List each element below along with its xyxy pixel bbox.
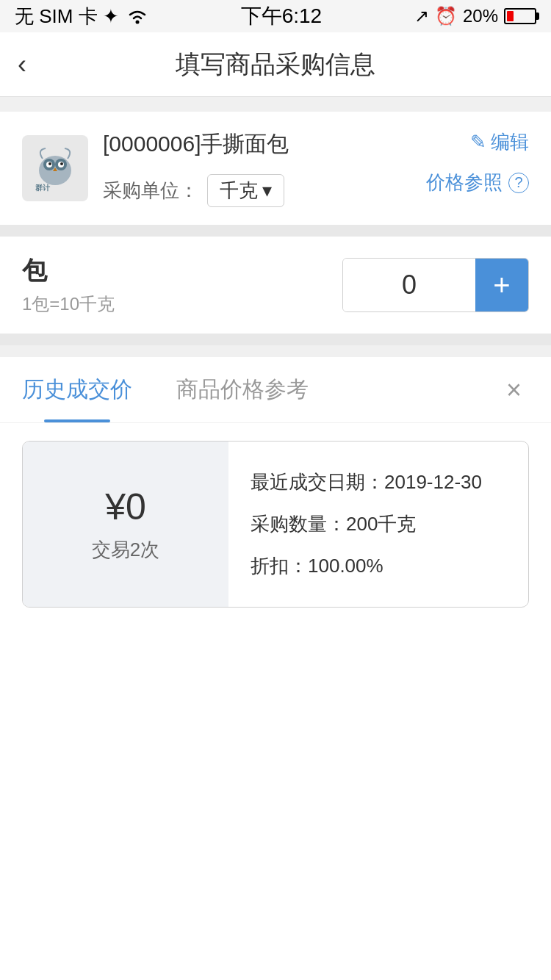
tab-price-reference[interactable]: 商品价格参考 xyxy=(176,357,309,422)
quantity-unit-main: 包 xyxy=(22,254,115,288)
close-button[interactable]: × xyxy=(499,367,529,413)
tab-history-price[interactable]: 历史成交价 xyxy=(22,357,132,422)
status-left: 无 SIM 卡 ✦ xyxy=(15,4,148,29)
battery-icon xyxy=(504,8,536,24)
status-right: ↗ ⏰ 20% xyxy=(414,6,536,26)
dropdown-arrow-icon: ▾ xyxy=(262,179,272,202)
section-divider xyxy=(0,225,551,237)
back-button[interactable]: ‹ xyxy=(18,49,26,80)
price-left-panel: ¥0 交易2次 xyxy=(23,442,228,607)
product-image: 群计 xyxy=(22,135,88,201)
page-body-fill xyxy=(0,625,551,980)
purchase-quantity-label: 采购数量： xyxy=(251,513,346,535)
price-reference-button[interactable]: 价格参照 ? xyxy=(426,170,529,195)
quantity-plus-button[interactable]: + xyxy=(475,259,528,311)
location-icon: ↗ xyxy=(414,6,429,26)
unit-select[interactable]: 千克 ▾ xyxy=(207,174,284,207)
quantity-label: 包 1包=10千克 xyxy=(22,254,115,316)
wifi-icon xyxy=(126,8,148,24)
product-unit-row: 采购单位： 千克 ▾ xyxy=(103,174,289,207)
edit-label: 编辑 xyxy=(491,129,529,155)
svg-text:群计: 群计 xyxy=(35,184,51,192)
price-ref-label: 价格参照 xyxy=(426,170,503,195)
discount-label: 折扣： xyxy=(251,555,308,577)
owl-logo: 群计 xyxy=(29,143,81,194)
price-card-container: ¥0 交易2次 最近成交日期：2019-12-30 采购数量：200千克 折扣：… xyxy=(0,423,551,625)
price-discount-row: 折扣：100.00% xyxy=(251,552,506,580)
product-right: ✎ 编辑 价格参照 ? xyxy=(426,129,529,195)
status-time: 下午6:12 xyxy=(241,2,323,30)
tabs-left: 历史成交价 商品价格参考 xyxy=(22,357,309,422)
svg-point-7 xyxy=(60,162,63,165)
battery-percent: 20% xyxy=(463,6,498,26)
product-name: [0000006]手撕面包 xyxy=(103,129,289,159)
quantity-control: + xyxy=(342,258,529,312)
alarm-icon: ⏰ xyxy=(435,6,457,26)
product-header: 群计 [0000006]手撕面包 采购单位： 千克 ▾ ✎ 编辑 xyxy=(22,129,529,207)
price-date-row: 最近成交日期：2019-12-30 xyxy=(251,468,506,497)
unit-label: 采购单位： xyxy=(103,178,198,203)
date-label: 最近成交日期： xyxy=(251,471,384,493)
product-left: 群计 [0000006]手撕面包 采购单位： 千克 ▾ xyxy=(22,129,289,207)
trade-count: 交易2次 xyxy=(92,537,159,563)
price-quantity-row: 采购数量：200千克 xyxy=(251,510,506,538)
price-value: ¥0 xyxy=(105,486,146,528)
quantity-unit-sub: 1包=10千克 xyxy=(22,292,115,316)
quantity-row: 包 1包=10千克 + xyxy=(0,237,551,334)
quantity-input[interactable] xyxy=(343,259,475,311)
nav-bar: ‹ 填写商品采购信息 xyxy=(0,32,551,97)
price-card: ¥0 交易2次 最近成交日期：2019-12-30 采购数量：200千克 折扣：… xyxy=(22,441,529,608)
svg-point-0 xyxy=(135,21,139,24)
edit-button[interactable]: ✎ 编辑 xyxy=(470,129,529,155)
product-info: [0000006]手撕面包 采购单位： 千克 ▾ xyxy=(103,129,289,207)
question-icon: ? xyxy=(508,173,529,193)
date-value: 2019-12-30 xyxy=(384,471,482,493)
page-title: 填写商品采购信息 xyxy=(176,48,375,82)
tabs-container: 历史成交价 商品价格参考 × xyxy=(0,357,551,423)
row-divider xyxy=(0,334,551,345)
discount-value: 100.00% xyxy=(308,555,383,577)
purchase-quantity-value: 200千克 xyxy=(346,513,416,535)
svg-point-6 xyxy=(48,162,51,165)
status-bar: 无 SIM 卡 ✦ 下午6:12 ↗ ⏰ 20% xyxy=(0,0,551,32)
no-sim-text: 无 SIM 卡 ✦ xyxy=(15,4,119,29)
unit-value: 千克 xyxy=(220,178,258,203)
price-right-panel: 最近成交日期：2019-12-30 采购数量：200千克 折扣：100.00% xyxy=(228,442,528,607)
product-card: 群计 [0000006]手撕面包 采购单位： 千克 ▾ ✎ 编辑 xyxy=(0,112,551,225)
edit-icon: ✎ xyxy=(470,131,486,154)
